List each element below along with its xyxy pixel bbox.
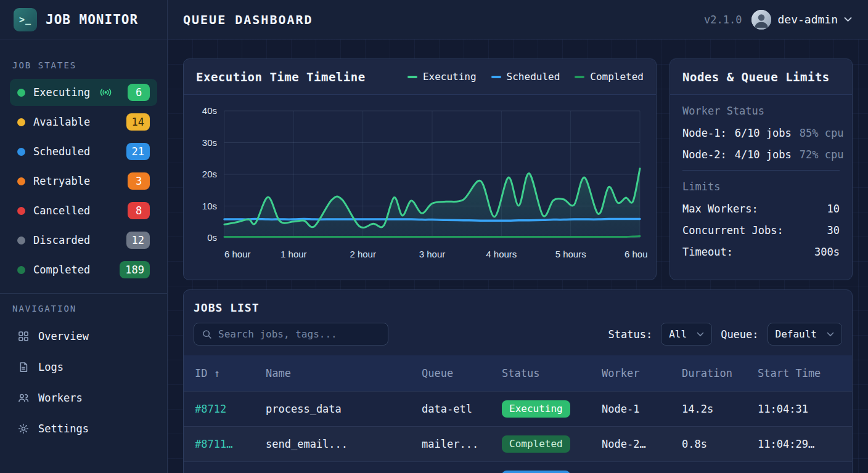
status-dot-executing	[17, 89, 25, 97]
sidebar-item-workers[interactable]: Workers	[10, 384, 157, 412]
chart-legend: Executing Scheduled Completed	[407, 71, 644, 83]
nav-label: Workers	[38, 392, 83, 404]
column-header-queue[interactable]: Queue	[422, 367, 502, 379]
status-dot-discarded	[17, 236, 25, 245]
terminal-glyph: >_	[19, 14, 31, 25]
sidebar-item-logs[interactable]: Logs	[10, 353, 157, 381]
terminal-icon: >_	[14, 8, 37, 31]
cell-id[interactable]: #8711…	[195, 438, 266, 450]
navigation-header: NAVIGATION	[12, 304, 155, 313]
version-label: v2.1.0	[704, 14, 742, 26]
status-dot-completed	[17, 266, 25, 274]
app-brand: >_ JOB MONITOR	[0, 0, 168, 39]
sidebar-item-discarded[interactable]: Discarded 12	[10, 227, 157, 254]
timeline-chart: 0s10s20s30s40s6 hour1 hour2 hour3 hour4 …	[192, 101, 647, 277]
gear-icon	[17, 422, 30, 435]
table-row[interactable]: #8711… send_email... mailer... Completed…	[184, 426, 852, 461]
sidebar-item-retryable[interactable]: Retryable 3	[10, 168, 157, 195]
user-menu[interactable]: dev-admin	[751, 10, 852, 30]
status-filter-value: All	[669, 328, 687, 340]
sidebar-item-completed[interactable]: Completed 189	[10, 256, 157, 283]
svg-text:6 hours: 6 hours	[624, 249, 647, 259]
node-jobs: 4/10 jobs	[735, 148, 792, 161]
page-title: QUEUE DASHBOARD	[168, 12, 313, 27]
limit-row: Timeout: 300s	[682, 246, 840, 258]
count-badge: 6	[128, 84, 150, 101]
svg-text:0s: 0s	[207, 232, 217, 243]
sidebar-item-available[interactable]: Available 14	[10, 108, 157, 135]
state-label: Discarded	[33, 234, 90, 246]
status-badge: Executing	[502, 400, 570, 418]
search-input[interactable]	[218, 328, 380, 340]
status-dot-retryable	[17, 177, 25, 185]
queue-filter-value: Default	[776, 328, 817, 340]
svg-text:6 hour: 6 hour	[224, 249, 251, 259]
status-filter-select[interactable]: All	[661, 323, 712, 346]
cell-start-time: 11:04:31	[758, 403, 852, 415]
cell-queue: mailer...	[422, 438, 502, 450]
search-icon	[202, 329, 212, 339]
app-title: JOB MONITOR	[46, 12, 138, 27]
status-dot-cancelled	[17, 207, 25, 215]
cell-queue: data-etl	[422, 403, 502, 415]
node-status-row: Node-2: 4/10 jobs 72% cpu	[682, 148, 840, 161]
node-cpu: 85% cpu	[800, 127, 844, 139]
svg-text:1 hour: 1 hour	[280, 249, 307, 259]
state-label: Executing	[33, 86, 90, 99]
column-header-start-time[interactable]: Start Time	[758, 367, 852, 379]
svg-text:10s: 10s	[202, 201, 217, 211]
count-badge: 3	[128, 172, 150, 190]
legend-label: Executing	[423, 71, 477, 83]
cell-id[interactable]: #8712	[195, 403, 266, 415]
status-badge: Completed	[502, 435, 570, 453]
execution-timeline-card: Execution Time Timeline Executing Schedu…	[183, 59, 657, 280]
cell-worker: Node-2…	[602, 438, 682, 450]
column-header-id[interactable]: ID ↑	[195, 367, 266, 379]
legend-label: Scheduled	[507, 71, 560, 83]
legend-item-executing[interactable]: Executing	[407, 71, 477, 83]
nav-label: Overview	[38, 330, 89, 342]
status-filter-label: Status:	[608, 328, 653, 341]
chevron-down-icon	[827, 332, 834, 337]
jobs-list-title: JOBS LIST	[194, 301, 842, 314]
sidebar-item-cancelled[interactable]: Cancelled 8	[10, 197, 157, 224]
sidebar: JOB STATES Executing 6 Available 14 Sche…	[0, 39, 168, 473]
node-jobs: 6/10 jobs	[735, 127, 792, 139]
sidebar-item-scheduled[interactable]: Scheduled 21	[10, 138, 157, 165]
count-badge: 21	[126, 143, 150, 160]
count-badge: 14	[126, 113, 150, 131]
nodes-limits-card: Nodes & Queue Limits Worker Status Node-…	[669, 59, 853, 280]
broadcast-icon	[98, 87, 113, 97]
nodes-card-title: Nodes & Queue Limits	[682, 70, 830, 84]
node-cpu: 72% cpu	[800, 148, 844, 161]
count-badge: 8	[128, 202, 150, 219]
queue-filter-select[interactable]: Default	[768, 323, 842, 346]
jobs-list-card: JOBS LIST Status: All	[183, 289, 853, 473]
sidebar-item-executing[interactable]: Executing 6	[10, 79, 157, 106]
node-label: Node-1:	[682, 127, 727, 139]
limit-value: 30	[827, 224, 840, 236]
column-header-status[interactable]: Status	[502, 367, 602, 379]
sidebar-item-overview[interactable]: Overview	[10, 322, 157, 350]
column-header-worker[interactable]: Worker	[602, 367, 682, 379]
table-row[interactable]: #8712 process_data data-etl Executing No…	[184, 391, 852, 426]
state-label: Scheduled	[33, 145, 90, 158]
limit-row: Concurrent Jobs: 30	[682, 224, 840, 236]
svg-text:30s: 30s	[202, 137, 217, 148]
table-row[interactable]: #8710 process_data mailer Scheduled Node…	[184, 461, 852, 473]
search-box	[194, 323, 388, 346]
legend-item-completed[interactable]: Completed	[575, 71, 644, 83]
cell-name: process_data	[266, 403, 422, 415]
nodes-divider	[682, 170, 840, 171]
column-header-duration[interactable]: Duration	[682, 367, 758, 379]
cell-duration: 0.8s	[682, 438, 758, 450]
document-icon	[17, 361, 30, 373]
svg-text:20s: 20s	[202, 169, 217, 179]
legend-label: Completed	[590, 71, 644, 83]
job-states-header: JOB STATES	[12, 60, 155, 70]
sidebar-item-settings[interactable]: Settings	[10, 414, 157, 443]
app-header: >_ JOB MONITOR QUEUE DASHBOARD v2.1.0 de…	[0, 0, 868, 39]
column-header-name[interactable]: Name	[266, 367, 422, 379]
legend-item-scheduled[interactable]: Scheduled	[491, 71, 560, 83]
count-badge: 12	[126, 232, 150, 249]
